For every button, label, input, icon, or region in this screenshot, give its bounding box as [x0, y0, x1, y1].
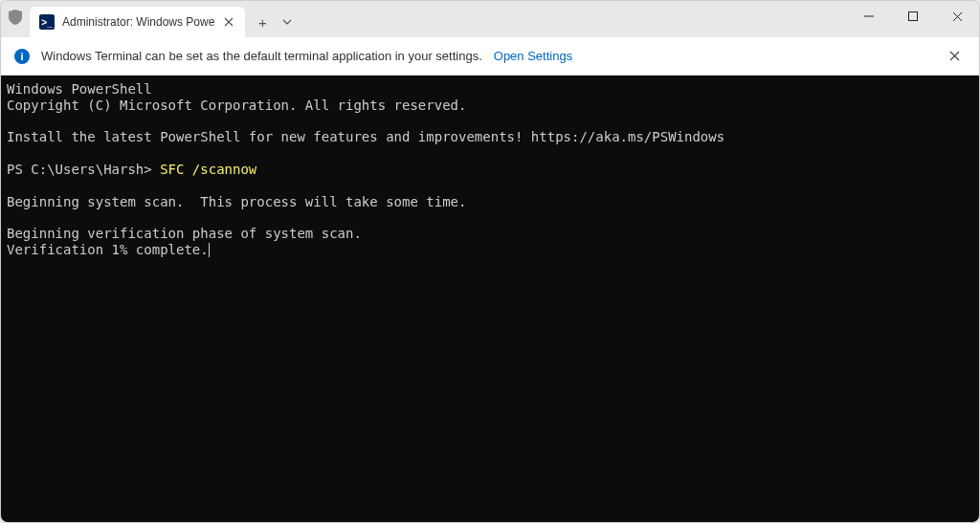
command-text: SFC /scannow — [160, 162, 256, 177]
open-settings-link[interactable]: Open Settings — [494, 49, 572, 63]
info-icon: i — [14, 49, 30, 64]
install-hint: Install the latest PowerShell for new fe… — [7, 129, 724, 144]
banner-line1: Windows PowerShell — [7, 81, 152, 97]
close-window-button[interactable] — [935, 1, 979, 32]
uac-shield-icon — [1, 1, 30, 37]
cursor-icon — [209, 243, 210, 257]
scan-progress: Verification 1% complete. — [7, 242, 209, 257]
tab-dropdown-button[interactable] — [276, 9, 299, 35]
banner-line2: Copyright (C) Microsoft Corporation. All… — [7, 98, 466, 113]
tab-title: Administrator: Windows Powe — [62, 15, 220, 29]
scan-line2: Beginning verification phase of system s… — [7, 226, 362, 241]
prompt-prefix: PS C:\Users\Harsh> — [7, 162, 160, 177]
infobar-close-button[interactable] — [941, 43, 968, 70]
scan-line1: Beginning system scan. This process will… — [7, 194, 466, 209]
powershell-icon: >_ — [39, 14, 55, 30]
minimize-button[interactable] — [847, 1, 891, 32]
new-tab-button[interactable]: + — [249, 9, 276, 35]
tab-close-button[interactable] — [220, 13, 237, 31]
maximize-button[interactable] — [891, 1, 935, 32]
titlebar: >_ Administrator: Windows Powe + — [1, 1, 979, 37]
infobar: i Windows Terminal can be set as the def… — [1, 37, 979, 76]
infobar-message: Windows Terminal can be set as the defau… — [41, 49, 482, 63]
window-controls — [847, 1, 979, 32]
svg-rect-0 — [909, 12, 918, 21]
terminal-output[interactable]: Windows PowerShell Copyright (C) Microso… — [1, 76, 979, 523]
tab-powershell[interactable]: >_ Administrator: Windows Powe — [30, 7, 245, 37]
